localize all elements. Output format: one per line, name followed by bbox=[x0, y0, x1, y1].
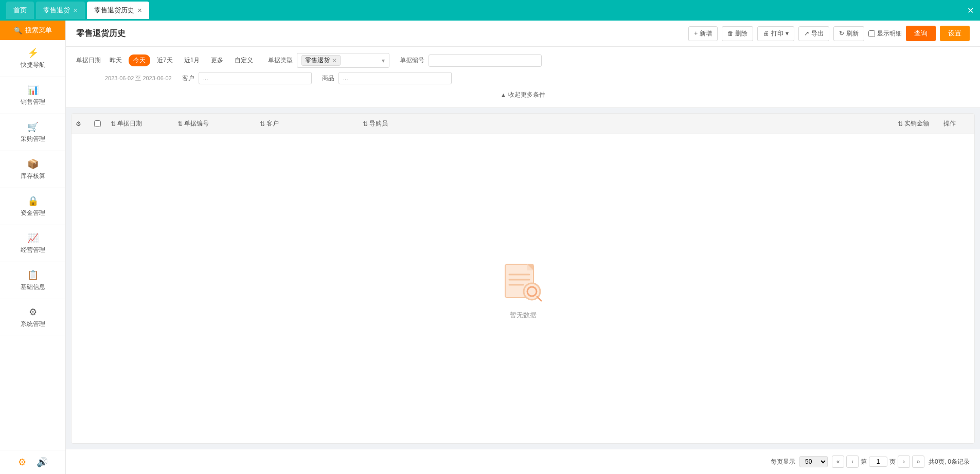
date-btn-7days[interactable]: 近7天 bbox=[152, 54, 177, 66]
sidebar-item-sys-mgmt[interactable]: ⚙ 系统管理 bbox=[0, 299, 65, 336]
date-range-display: 单据日期 2023-06-02 至 2023-06-02 bbox=[76, 74, 172, 83]
add-button[interactable]: + 新增 bbox=[688, 26, 717, 41]
th-amount-sort-icon: ⇅ bbox=[898, 120, 903, 127]
total-info: 共0页, 0条记录 bbox=[929, 458, 970, 466]
tab-list: 首页 零售退货 ✕ 零售退货历史 ✕ bbox=[6, 2, 967, 19]
operations-icon: 📈 bbox=[27, 232, 39, 244]
tab-retail-return[interactable]: 零售退货 ✕ bbox=[36, 2, 85, 19]
print-button[interactable]: 🖨 打印 ▾ bbox=[757, 26, 794, 41]
date-label: 单据日期 bbox=[76, 56, 101, 65]
table-header: ⚙ ⇅ 单据日期 ⇅ 单据编号 ⇅ 客户 ⇅ bbox=[72, 114, 974, 134]
th-date[interactable]: ⇅ 单据日期 bbox=[111, 119, 177, 128]
date-btn-custom[interactable]: 自定义 bbox=[230, 54, 258, 66]
tab-retail-return-history-label: 零售退货历史 bbox=[94, 6, 134, 15]
delete-button[interactable]: 🗑 删除 bbox=[722, 26, 753, 41]
sidebar-item-sales-mgmt[interactable]: 📊 销售管理 bbox=[0, 77, 65, 114]
bill-type-tag: 零售退货 ✕ bbox=[301, 55, 341, 66]
settings-bottom-icon[interactable]: ⚙ bbox=[18, 457, 26, 468]
sidebar-item-finance[interactable]: 🔒 资金管理 bbox=[0, 188, 65, 225]
print-icon: 🖨 bbox=[763, 30, 769, 37]
goods-input[interactable]: ... bbox=[338, 72, 452, 84]
sidebar-item-operations-label: 经营管理 bbox=[21, 246, 45, 254]
content-area: 零售退货历史 + 新增 🗑 删除 🖨 打印 ▾ ↗ 导出 ↻ 刷新 bbox=[66, 21, 980, 474]
window-close-icon[interactable]: ✕ bbox=[967, 6, 974, 15]
th-customer-label: 客户 bbox=[266, 119, 279, 128]
sidebar-search-label: 搜索菜单 bbox=[25, 26, 52, 35]
tab-retail-return-history-close[interactable]: ✕ bbox=[137, 7, 142, 14]
tab-home[interactable]: 首页 bbox=[6, 2, 34, 19]
per-page-label: 每页显示 bbox=[771, 458, 795, 466]
bill-type-tag-label: 零售退货 bbox=[305, 56, 330, 65]
th-guide[interactable]: ⇅ 导购员 bbox=[363, 119, 867, 128]
empty-state: 暂无数据 bbox=[72, 134, 974, 443]
th-guide-sort-icon: ⇅ bbox=[363, 120, 368, 127]
export-icon: ↗ bbox=[804, 30, 809, 37]
sidebar-item-quick-nav[interactable]: ⚡ 快捷导航 bbox=[0, 40, 65, 77]
sys-mgmt-icon: ⚙ bbox=[29, 306, 37, 318]
empty-text: 暂无数据 bbox=[510, 311, 537, 320]
sidebar-item-finance-label: 资金管理 bbox=[21, 209, 45, 217]
date-btn-yesterday[interactable]: 昨天 bbox=[105, 54, 127, 66]
th-checkbox[interactable] bbox=[94, 120, 111, 127]
collapse-label: 收起更多条件 bbox=[508, 90, 545, 99]
date-btn-today[interactable]: 今天 bbox=[129, 54, 150, 66]
goods-label: 商品 bbox=[322, 74, 334, 83]
sidebar-item-basic-info[interactable]: 📋 基础信息 bbox=[0, 262, 65, 299]
th-customer[interactable]: ⇅ 客户 bbox=[260, 119, 363, 128]
th-customer-sort-icon: ⇅ bbox=[260, 120, 265, 127]
page-input[interactable] bbox=[869, 457, 887, 467]
show-detail-checkbox-wrapper[interactable]: 显示明细 bbox=[868, 29, 902, 38]
refresh-button[interactable]: ↻ 刷新 bbox=[833, 26, 864, 41]
select-all-checkbox[interactable] bbox=[94, 120, 101, 127]
show-detail-label: 显示明细 bbox=[877, 29, 902, 38]
th-bill-no[interactable]: ⇅ 单据编号 bbox=[177, 119, 260, 128]
sidebar-item-inventory[interactable]: 📦 库存核算 bbox=[0, 151, 65, 188]
th-date-label: 单据日期 bbox=[117, 119, 142, 128]
sidebar-item-purchase-mgmt[interactable]: 🛒 采购管理 bbox=[0, 114, 65, 151]
first-page-button[interactable]: « bbox=[832, 455, 844, 468]
tab-home-label: 首页 bbox=[13, 6, 27, 15]
prev-page-button[interactable]: ‹ bbox=[846, 455, 859, 468]
tab-retail-return-close[interactable]: ✕ bbox=[73, 7, 78, 14]
inventory-icon: 📦 bbox=[27, 158, 39, 170]
date-btn-1month[interactable]: 近1月 bbox=[180, 54, 205, 66]
per-page-select[interactable]: 50 10 20 100 bbox=[799, 456, 828, 467]
query-button[interactable]: 查询 bbox=[906, 26, 936, 41]
show-detail-checkbox[interactable] bbox=[868, 30, 875, 37]
tab-retail-return-label: 零售退货 bbox=[43, 6, 70, 15]
next-page-button[interactable]: › bbox=[898, 455, 910, 468]
sidebar-bottom: ⚙ 🔊 bbox=[0, 450, 65, 474]
date-buttons: 昨天 今天 近7天 近1月 更多 自定义 bbox=[105, 54, 258, 66]
bill-no-input[interactable] bbox=[429, 54, 542, 67]
page-label: 第 bbox=[861, 458, 867, 466]
filter-row-2: 单据日期 2023-06-02 至 2023-06-02 客户 ... 商品 .… bbox=[76, 72, 970, 84]
export-label: 导出 bbox=[811, 29, 824, 38]
last-page-button[interactable]: » bbox=[912, 455, 924, 468]
bill-type-tag-close[interactable]: ✕ bbox=[332, 57, 337, 64]
export-button[interactable]: ↗ 导出 bbox=[798, 26, 829, 41]
filter-row-1: 单据日期 昨天 今天 近7天 近1月 更多 自定义 单据类型 bbox=[76, 53, 970, 68]
th-amount[interactable]: ⇅ 实销金额 bbox=[867, 119, 929, 128]
sidebar-search[interactable]: 🔍 搜索菜单 bbox=[0, 21, 65, 40]
th-bill-sort-icon: ⇅ bbox=[177, 120, 183, 127]
date-btn-more[interactable]: 更多 bbox=[206, 54, 228, 66]
sales-icon: 📊 bbox=[27, 84, 39, 96]
collapse-bar[interactable]: ▲ 收起更多条件 bbox=[76, 88, 970, 101]
page-title: 零售退货历史 bbox=[76, 28, 126, 39]
sidebar: 🔍 搜索菜单 ⚡ 快捷导航 📊 销售管理 🛒 采购管理 📦 库存核算 🔒 资金管… bbox=[0, 21, 66, 474]
customer-input[interactable]: ... bbox=[199, 72, 312, 84]
empty-image bbox=[500, 258, 546, 304]
page-suffix: 页 bbox=[889, 458, 896, 466]
th-operation: 操作 bbox=[929, 119, 970, 128]
pagination: 每页显示 50 10 20 100 « ‹ 第 页 › » 共0页, 0条记录 bbox=[66, 449, 980, 474]
finance-icon: 🔒 bbox=[27, 195, 39, 207]
settings-button[interactable]: 设置 bbox=[940, 26, 970, 41]
date-range-text: 2023-06-02 至 2023-06-02 bbox=[105, 75, 172, 82]
volume-icon[interactable]: 🔊 bbox=[37, 457, 48, 468]
refresh-icon: ↻ bbox=[839, 30, 844, 37]
bill-type-select[interactable]: 零售退货 ✕ ▾ bbox=[297, 53, 389, 68]
th-settings[interactable]: ⚙ bbox=[76, 120, 94, 127]
th-amount-label: 实销金额 bbox=[904, 119, 929, 128]
sidebar-item-operations[interactable]: 📈 经营管理 bbox=[0, 225, 65, 262]
tab-retail-return-history[interactable]: 零售退货历史 ✕ bbox=[87, 2, 149, 19]
